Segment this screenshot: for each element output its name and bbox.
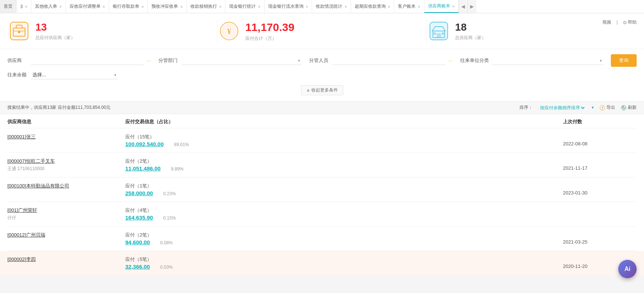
table-cell-lastpay-3: 2023-01-30 [563,183,637,196]
nav-tab-cash-bank-flow-close[interactable]: × [306,4,308,9]
nav-tab-customer-account[interactable]: 客户账本 × [394,0,424,13]
table-cell-payable-5: 应付（2笔） 94,600.00 0.08% [125,232,563,245]
table-row-content-3: [000100]本特勤油品有限公司 应付（1笔） 258,000.00 0.23… [7,183,637,196]
link-divider: ｜ [615,19,619,25]
payable-row-4: 164,635.90 0.15% [125,214,563,221]
nav-tab-home-label: 首页 [4,3,13,10]
refresh-button[interactable]: ↻ 刷新 [621,104,637,111]
nav-tab-overdue-collect-close[interactable]: × [388,4,390,9]
help-link[interactable]: ⊙ 帮助 [623,19,637,25]
payable-amount-6[interactable]: 32,366.00 [125,263,150,270]
table-cell-lastpay-2: 2021-11-17 [563,158,637,171]
stat-text-payable-total: 11,170.39 应付合计（万） [245,21,294,42]
payable-info-2: 应付（2笔） 11,051,486.00 9.89% [125,158,563,172]
table-cell-lastpay-1: 2022-08-08 [563,134,637,146]
filter-dots-supplier[interactable]: ··· [147,58,151,63]
nav-arrow-left[interactable]: ◀ [459,0,468,13]
nav-tab-3[interactable]: 3 × [17,0,31,13]
svg-point-2 [18,31,20,33]
filter-row-1: 供应商 ··· 分管部门 ▾ 分管人员 ··· 往来单位分类 [7,54,637,67]
table-cell-payable-1: 应付（15笔） 100,092,540.00 89.61% [125,134,563,147]
nav-tab-payable-adj-close[interactable]: × [103,4,105,9]
nav-tab-bank-deposit[interactable]: 银行存取款单 × [109,0,148,13]
table-row-content-5: [000012]广州贝瑞 应付（2笔） 94,600.00 0.08% 2021… [7,232,637,245]
nav-tab-collect-exec-close[interactable]: × [219,4,221,9]
filter-select-dept[interactable] [182,56,302,65]
table-cell-supplier-1: [000001]张三 [7,134,125,140]
nav-tab-collect-stat[interactable]: 收款情况统计 × [312,0,351,13]
payable-info-4: 应付（4笔） 164,635.90 0.15% [125,207,563,221]
video-link[interactable]: 视频 [602,19,611,25]
payable-amount-5[interactable]: 94,600.00 [125,239,150,245]
filter-item-dept: 分管部门 ▾ [158,56,302,65]
nav-tab-bank-deposit-close[interactable]: × [141,4,144,9]
nav-tab-other-income-label: 其他收入单 [35,3,57,10]
stat-text-total-suppliers: 18 总供应商（家） [455,21,486,41]
nav-tab-supplier-account[interactable]: 供应商账本 × [424,0,459,13]
filter-item-category: 往来单位分类 ▾ [460,56,604,65]
supplier-sub-4: 仔仔 [7,215,125,221]
nav-tab-other-income[interactable]: 其他收入单 × [31,0,66,13]
filter-dots-person[interactable]: ··· [448,58,453,63]
nav-tab-overdue-collect[interactable]: 超期应收款查询 × [351,0,394,13]
payable-label-2: 应付（2笔） [125,158,563,165]
supplier-link-1[interactable]: [000001]张三 [7,134,125,140]
payable-amount-2[interactable]: 11,051,486.00 [125,165,161,172]
table-row: [000012]广州贝瑞 应付（2笔） 94,600.00 0.08% 2021… [7,227,637,251]
stat-item-payable-total: ¥ 11,170.39 应付合计（万） [217,19,427,43]
export-button[interactable]: ↑ 导出 [600,104,615,111]
supplier-link-4[interactable]: [001]广州荣轩 [7,207,125,214]
nav-tab-collect-stat-close[interactable]: × [344,4,347,9]
supplier-link-3[interactable]: [000100]本特勤油品有限公司 [7,183,125,189]
filter-row-2: 往来余额 选择... ▾ [7,70,118,79]
nav-tab-home[interactable]: 首页 [0,0,17,13]
filter-label-supplier: 供应商 [7,57,28,64]
nav-tab-3-close[interactable]: × [25,4,27,9]
nav-tab-customer-account-close[interactable]: × [418,4,420,9]
table-col-header-lastpay: 上次付数 [563,118,637,125]
nav-tab-payable-adj-label: 应收应付调整单 [70,3,101,10]
nav-arrow-right[interactable]: ▶ [468,0,476,13]
payable-label-3: 应付（1笔） [125,183,563,189]
filter-input-supplier[interactable] [31,56,144,65]
supplier-link-5[interactable]: [000012]广州贝瑞 [7,232,125,238]
payable-amount-4[interactable]: 164,635.90 [125,214,153,221]
payable-pct-1: 89.61% [174,142,189,147]
filter-label-person: 分管人员 [309,57,330,64]
nav-tab-advance-collect-close[interactable]: × [180,4,182,9]
nav-tab-advance-collect[interactable]: 预收冲应收单 × [148,0,186,13]
filter-input-person[interactable] [333,56,445,65]
table-cell-lastpay-5: 2021-03-25 [563,232,637,245]
nav-tab-cash-bank-stat[interactable]: 现金银行统计 × [225,0,264,13]
nav-tab-supplier-account-close[interactable]: × [452,4,455,8]
refresh-icon: ↻ [621,105,626,110]
filter-item-supplier: 供应商 ··· [7,56,151,65]
supplier-link-2[interactable]: [000007]恒旺二手叉车 [7,158,125,165]
table-row: [000007]恒旺二手叉车 王通 17106110000 应付（2笔） 11,… [7,153,637,177]
table-cell-payable-4: 应付（4笔） 164,635.90 0.15% [125,207,563,221]
nav-tab-cash-bank-stat-close[interactable]: × [258,4,260,9]
supplier-sub-2: 王通 17106110000 [7,166,125,172]
sort-select[interactable]: 按应付余额倒序排序 [539,105,586,111]
filter-select-balance[interactable]: 选择... [31,70,118,79]
supplier-link-6[interactable]: [000002]李四 [7,256,125,263]
payable-pct-6: 0.03% [160,265,173,270]
nav-tab-collect-exec[interactable]: 收款核销执行 × [187,0,225,13]
collapse-button[interactable]: ∧ 收起更多条件 [301,85,343,95]
nav-tab-cash-bank-flow[interactable]: 现金银行流水查询 × [265,0,312,13]
filter-select-balance-wrap: 选择... ▾ [31,70,118,79]
nav-tab-advance-collect-label: 预收冲应收单 [151,3,178,10]
nav-tab-payable-adj[interactable]: 应收应付调整单 × [66,0,109,13]
payable-amount-1[interactable]: 100,092,540.00 [125,141,164,147]
filter-select-category[interactable] [492,56,604,65]
nav-tab-other-income-close[interactable]: × [59,4,62,9]
table-cell-payable-6: 应付（5笔） 32,366.00 0.03% [125,256,563,270]
payable-amount-3[interactable]: 258,000.00 [125,190,153,196]
table-area: 供应商信息 应付交易信息（占比） 上次付数 [000001]张三 应付（15笔）… [0,114,644,275]
query-button[interactable]: 查询 [611,54,637,67]
result-summary: 搜索结果中，供应商13家 应付金额111,703,854.00元 [7,104,111,111]
payable-pct-5: 0.08% [160,240,173,245]
chevron-down-icon-sort: ▾ [592,105,594,110]
stat-icon-payable: ¥ [217,19,241,43]
table-col-header-payable: 应付交易信息（占比） [125,118,563,125]
